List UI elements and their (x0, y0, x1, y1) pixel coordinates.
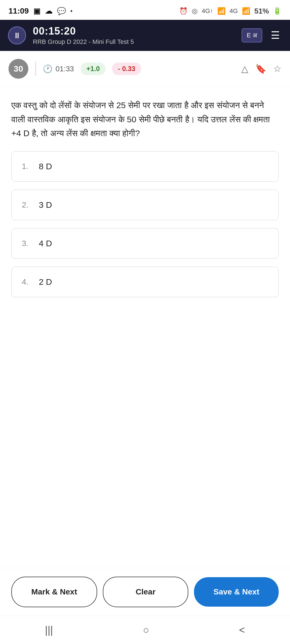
exam-title: RRB Group D 2022 - Mini Full Test 5 (33, 38, 235, 46)
status-cloud-icon: ☁ (45, 7, 52, 16)
wifi-icon: ◎ (192, 7, 198, 15)
menu-button[interactable]: ☰ (268, 28, 282, 42)
bookmark-icon[interactable]: 🔖 (255, 63, 266, 74)
status-recording-icon: ▣ (33, 7, 40, 16)
save-and-next-button[interactable]: Save & Next (194, 577, 279, 607)
status-time: 11:09 (8, 7, 29, 16)
pause-icon: ⏸ (13, 31, 21, 40)
clear-button[interactable]: Clear (103, 577, 189, 607)
option-3[interactable]: 3. 4 D (11, 228, 279, 259)
options-list: 1. 8 D 2. 3 D 3. 4 D 4. 2 D (0, 148, 290, 297)
question-timer-value: 01:33 (56, 65, 74, 73)
system-nav-bar: ||| ○ < (0, 616, 290, 644)
language-label: E अ (247, 32, 257, 39)
question-text: एक वस्तु को दो लेंसों के संयोजन से 25 से… (11, 98, 279, 140)
nav-back-icon[interactable]: < (228, 621, 256, 639)
option-2-text: 3 D (39, 200, 52, 210)
negative-marks-badge: - 0.33 (112, 63, 141, 75)
header-right-actions: E अ ☰ (242, 28, 282, 42)
option-3-number: 3. (22, 239, 32, 248)
option-4[interactable]: 4. 2 D (11, 267, 279, 297)
option-4-text: 2 D (39, 277, 52, 287)
mark-and-next-button[interactable]: Mark & Next (11, 577, 97, 607)
option-1-text: 8 D (39, 162, 52, 171)
signal-bar2-icon: 📶 (242, 7, 250, 15)
pause-button[interactable]: ⏸ (8, 26, 26, 44)
alert-icon[interactable]: △ (241, 63, 248, 74)
header-info: 00:15:20 RRB Group D 2022 - Mini Full Te… (33, 25, 235, 46)
question-timer: 🕐 01:33 (43, 64, 74, 74)
battery-icon: 🔋 (273, 7, 282, 15)
clock-icon: 🕐 (43, 64, 53, 74)
option-1-number: 1. (22, 162, 32, 171)
question-number-badge: 30 (8, 59, 28, 79)
exam-timer: 00:15:20 (33, 25, 235, 37)
nav-home-icon[interactable]: ○ (132, 621, 161, 639)
language-toggle-button[interactable]: E अ (242, 28, 262, 42)
divider (35, 62, 36, 76)
option-2-number: 2. (22, 200, 32, 209)
alarm-icon: ⏰ (179, 7, 188, 15)
question-meta-bar: 30 🕐 01:33 +1.0 - 0.33 △ 🔖 ☆ (0, 51, 290, 87)
star-icon[interactable]: ☆ (273, 63, 282, 74)
action-buttons-bar: Mark & Next Clear Save & Next (0, 568, 290, 616)
content-spacer (0, 305, 290, 418)
signal-lte2-icon: 4G (230, 7, 238, 15)
status-dot: • (71, 8, 72, 14)
question-content: एक वस्तु को दो लेंसों के संयोजन से 25 से… (0, 87, 290, 148)
option-1[interactable]: 1. 8 D (11, 151, 279, 182)
option-3-text: 4 D (39, 239, 52, 248)
exam-header: ⏸ 00:15:20 RRB Group D 2022 - Mini Full … (0, 20, 290, 51)
option-4-number: 4. (22, 277, 32, 286)
question-action-icons: △ 🔖 ☆ (241, 63, 282, 74)
battery-indicator: 51% (254, 7, 269, 16)
status-right-icons: ⏰ ◎ 4G↑ 📶 4G 📶 51% 🔋 (179, 7, 282, 16)
signal-bar1-icon: 📶 (217, 7, 226, 15)
positive-marks-badge: +1.0 (81, 63, 105, 75)
status-message-icon: 💬 (57, 7, 66, 16)
option-2[interactable]: 2. 3 D (11, 190, 279, 220)
status-bar: 11:09 ▣ ☁ 💬 • ⏰ ◎ 4G↑ 📶 4G 📶 51% 🔋 (0, 0, 290, 20)
nav-recent-icon[interactable]: ||| (34, 621, 64, 639)
signal-lte1-icon: 4G↑ (202, 7, 213, 15)
